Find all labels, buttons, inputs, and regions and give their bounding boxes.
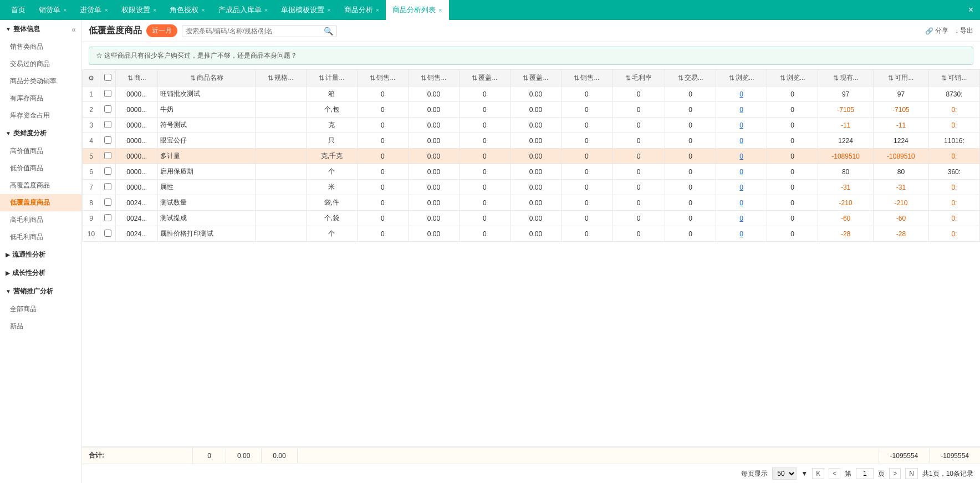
row-checkbox[interactable] — [100, 133, 116, 149]
row-views1[interactable]: 0 — [716, 118, 767, 133]
sidebar-item-high-coverage[interactable]: 高覆盖度商品 — [0, 177, 81, 194]
row-sales3: 0 — [561, 226, 612, 242]
sidebar-item-category-rate[interactable]: 商品分类动销率 — [0, 73, 81, 90]
main-container: ▼ 整体信息 « 销售类商品 交易过的商品 商品分类动销率 有库存商品 库存资金… — [0, 20, 980, 483]
row-views1[interactable]: 0 — [716, 149, 767, 164]
sidebar-section-marketing[interactable]: ▼ 营销推广分析 — [0, 282, 81, 301]
nav-product-storage[interactable]: 产成品入库单 × — [212, 0, 274, 20]
row-coverage2: 0.00 — [510, 102, 561, 118]
sidebar-item-low-value[interactable]: 低价值商品 — [0, 160, 81, 177]
row-checkbox[interactable] — [100, 195, 116, 211]
nav-close-icon[interactable]: × — [201, 7, 205, 13]
header-actions: 🔗 分享 ↓ 导出 — [925, 26, 973, 35]
sidebar-item-sales-goods[interactable]: 销售类商品 — [0, 38, 81, 55]
row-checkbox[interactable] — [100, 180, 116, 195]
last-page-button[interactable]: N — [905, 468, 918, 479]
nav-product-analysis-list[interactable]: 商品分析列表 × — [386, 0, 448, 20]
col-coverage1[interactable]: ⇅覆盖... — [459, 70, 510, 87]
first-page-button[interactable]: K — [812, 468, 824, 479]
sidebar-item-low-margin[interactable]: 低毛利商品 — [0, 228, 81, 246]
col-trade[interactable]: ⇅交易... — [665, 70, 716, 87]
col-views2[interactable]: ⇅浏览... — [767, 70, 818, 87]
col-unit[interactable]: ⇅计量... — [306, 70, 357, 87]
row-views1[interactable]: 0 — [716, 102, 767, 118]
nav-close-icon[interactable]: × — [438, 7, 442, 13]
row-checkbox[interactable] — [100, 87, 116, 102]
row-sales-qty: 0 — [357, 149, 408, 164]
col-sales-amt[interactable]: ⇅销售... — [408, 70, 459, 87]
sidebar-section-freshness[interactable]: ▼ 类鲜度分析 — [0, 124, 81, 143]
row-checkbox[interactable] — [100, 149, 116, 164]
sidebar-section-growth[interactable]: ▶ 成长性分析 — [0, 264, 81, 282]
col-sales3[interactable]: ⇅销售... — [561, 70, 612, 87]
col-coverage2[interactable]: ⇅覆盖... — [510, 70, 561, 87]
row-spec — [256, 149, 307, 164]
export-button[interactable]: ↓ 导出 — [955, 26, 973, 35]
col-gross-margin[interactable]: ⇅毛利率 — [612, 70, 665, 87]
col-name[interactable]: ⇅商品名称 — [158, 70, 256, 87]
sidebar-collapse-icon[interactable]: « — [72, 25, 76, 34]
row-views1[interactable]: 0 — [716, 226, 767, 242]
next-page-button[interactable]: > — [889, 468, 901, 479]
row-views1[interactable]: 0 — [716, 195, 767, 211]
sidebar-item-new-goods[interactable]: 新品 — [0, 318, 81, 335]
select-all-checkbox[interactable] — [104, 74, 111, 81]
sidebar-item-high-margin[interactable]: 高毛利商品 — [0, 211, 81, 228]
settings-icon[interactable]: ⚙ — [88, 74, 94, 82]
page-number-input[interactable] — [856, 468, 874, 479]
row-checkbox[interactable] — [100, 226, 116, 242]
col-settings[interactable]: ⚙ — [83, 70, 100, 87]
nav-close-icon[interactable]: × — [63, 7, 67, 13]
row-views1[interactable]: 0 — [716, 133, 767, 149]
sidebar-item-stock-fund[interactable]: 库存资金占用 — [0, 107, 81, 124]
nav-close-icon[interactable]: × — [376, 7, 379, 13]
col-views1[interactable]: ⇅浏览... — [716, 70, 767, 87]
table-row: 6 0000... 启用保质期 个 0 0.00 0 0.00 0 0 0 0 … — [83, 164, 980, 180]
col-current-stock[interactable]: ⇅现有... — [818, 70, 874, 87]
nav-permission-settings[interactable]: 权限设置 × — [115, 0, 163, 20]
col-checkbox[interactable] — [100, 70, 116, 87]
nav-close-icon[interactable]: × — [327, 7, 330, 13]
row-checkbox[interactable] — [100, 211, 116, 226]
nav-purchase-order[interactable]: 进货单 × — [73, 0, 114, 20]
sidebar-item-traded-goods[interactable]: 交易过的商品 — [0, 55, 81, 73]
share-button[interactable]: 🔗 分享 — [925, 26, 948, 35]
sidebar-item-low-coverage[interactable]: 低覆盖度商品 — [0, 194, 81, 211]
row-views2: 0 — [767, 211, 818, 226]
col-available-stock[interactable]: ⇅可用... — [874, 70, 929, 87]
sidebar-item-high-value[interactable]: 高价值商品 — [0, 143, 81, 160]
row-checkbox[interactable] — [100, 118, 116, 133]
sidebar-item-all-goods[interactable]: 全部商品 — [0, 301, 81, 318]
nav-template-settings[interactable]: 单据模板设置 × — [274, 0, 337, 20]
row-checkbox[interactable] — [100, 102, 116, 118]
row-code: 0024... — [116, 195, 158, 211]
row-sales-amt: 0.00 — [408, 164, 459, 180]
nav-home[interactable]: 首页 — [4, 0, 32, 20]
nav-role-auth[interactable]: 角色授权 × — [163, 0, 211, 20]
col-sellable[interactable]: ⇅可销... — [928, 70, 979, 87]
row-checkbox[interactable] — [100, 164, 116, 180]
sidebar-item-stock-goods[interactable]: 有库存商品 — [0, 90, 81, 107]
sidebar-section-liquidity[interactable]: ▶ 流通性分析 — [0, 246, 81, 264]
nav-product-analysis[interactable]: 商品分析 × — [338, 0, 386, 20]
sidebar-toggle[interactable]: ▼ 整体信息 « — [0, 20, 81, 38]
nav-close-icon[interactable]: × — [104, 7, 108, 13]
col-spec[interactable]: ⇅规格... — [256, 70, 307, 87]
nav-close-icon[interactable]: × — [153, 7, 156, 13]
col-sales-qty[interactable]: ⇅销售... — [357, 70, 408, 87]
nav-close-icon[interactable]: × — [264, 7, 268, 13]
row-coverage2: 0.00 — [510, 118, 561, 133]
current-page-prefix: 第 — [845, 469, 851, 479]
row-views1[interactable]: 0 — [716, 180, 767, 195]
page-size-select[interactable]: 50 — [772, 467, 797, 480]
row-available-stock: -1089510 — [874, 149, 929, 164]
time-filter-button[interactable]: 近一月 — [146, 24, 177, 37]
col-code[interactable]: ⇅商... — [116, 70, 158, 87]
row-views1[interactable]: 0 — [716, 87, 767, 102]
search-input[interactable] — [186, 27, 324, 35]
window-close-icon[interactable]: × — [968, 5, 973, 15]
prev-page-button[interactable]: < — [829, 468, 840, 479]
nav-sales-order[interactable]: 销货单 × — [32, 0, 73, 20]
row-views1[interactable]: 0 — [716, 211, 767, 226]
row-views1[interactable]: 0 — [716, 164, 767, 180]
